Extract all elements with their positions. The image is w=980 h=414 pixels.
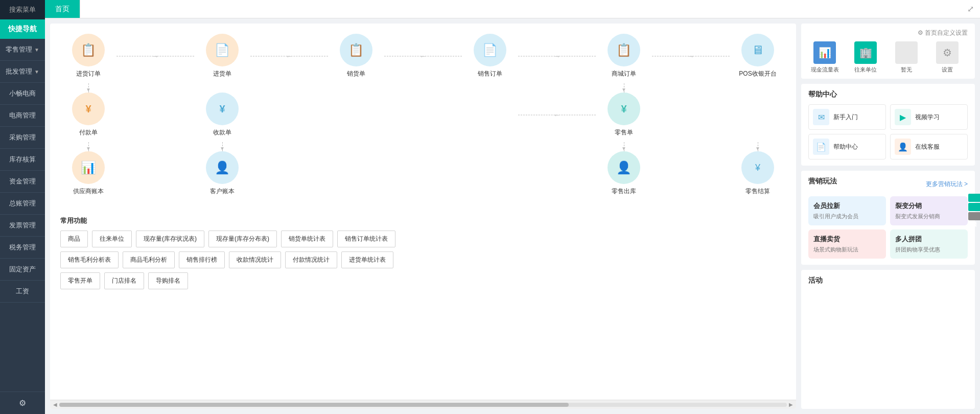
quick-icon-settings[interactable]: ⚙ 设置 <box>931 41 964 74</box>
marketing-header: 营销玩法 更多营销玩法 > <box>808 177 968 191</box>
func-row-1: 商品 往来单位 现存量(库存状况表) 现存量(库存分布表) 销货单统计表 销售订… <box>60 231 786 247</box>
flow-node-retail-settle[interactable]: ¥ 零售结算 <box>730 151 786 196</box>
activity-title: 活动 <box>808 276 968 285</box>
retail-icon: ¥ <box>608 93 640 125</box>
quick-access: ⚙ 首页自定义设置 📊 现金流量表 🏢 往来单位 暂无 <box>801 24 975 79</box>
receipt-label: 收款单 <box>213 128 231 137</box>
flow-node-mall-order[interactable]: 📋 商城订单 <box>596 34 652 78</box>
flow-node-sales[interactable]: 📋 销货单 <box>328 34 384 78</box>
partners-label: 往来单位 <box>854 66 877 74</box>
chevron-down-icon: ▼ <box>34 69 39 75</box>
fission-card-desc: 裂变式发展分销商 <box>895 213 963 220</box>
sidebar-item-ecommerce[interactable]: 小畅电商 <box>0 83 45 105</box>
homepage-settings-link[interactable]: ⚙ 首页自定义设置 <box>918 29 968 37</box>
help-item-service[interactable]: 👤 在线客服 <box>890 134 968 159</box>
quick-icon-cashflow[interactable]: 📊 现金流量表 <box>808 41 841 74</box>
func-btn-sales-stat[interactable]: 销货单统计表 <box>281 231 333 247</box>
sidebar-item-salary[interactable]: 工资 <box>0 281 45 303</box>
flow-node-retail[interactable]: ¥ 零售单 <box>596 93 652 137</box>
scroll-left-arrow[interactable]: ◀ <box>51 402 59 407</box>
arrow-h-retail: ← <box>518 111 596 119</box>
tab-bar: 首页 ⤢ <box>45 0 980 18</box>
func-btn-retail-order[interactable]: 零售开单 <box>60 272 100 289</box>
func-btn-payment-stat[interactable]: 付款情况统计 <box>285 251 337 268</box>
arrow-right-icon: → <box>152 52 159 60</box>
flow-node-sales-order[interactable]: 📄 销售订单 <box>462 34 518 78</box>
func-btn-partners[interactable]: 往来单位 <box>92 231 132 247</box>
pos-icon: 🖥 <box>741 34 774 66</box>
sidebar-item-ledger[interactable]: 总账管理 <box>0 193 45 215</box>
flow-node-retail-out[interactable]: 👤 零售出库 <box>596 151 652 196</box>
marketing-card-live[interactable]: 直播卖货 场景式购物新玩法 <box>808 229 886 259</box>
flow-node-purchase-order[interactable]: 📋 进货订单 <box>60 34 116 78</box>
scroll-track[interactable] <box>59 403 787 407</box>
func-btn-goods[interactable]: 商品 <box>60 231 88 247</box>
flow-node-purchase[interactable]: 📄 进货单 <box>194 34 250 78</box>
arrow-left-icon-3: ← <box>553 111 561 119</box>
left-panel: 📋 进货订单 → 📄 进货单 ← 📋 销货单 <box>50 24 796 409</box>
sidebar-item-inventory[interactable]: 库存核算 <box>0 149 45 171</box>
marketing-card-member[interactable]: 会员拉新 吸引用户成为会员 <box>808 196 886 225</box>
quick-icon-partners[interactable]: 🏢 往来单位 <box>849 41 882 74</box>
flow-down-row-1: ▼ ▼ <box>60 83 786 93</box>
sidebar-item-wholesale[interactable]: 批发管理 ▼ <box>0 61 45 83</box>
sidebar-item-tax[interactable]: 税务管理 <box>0 237 45 259</box>
service-label: 在线客服 <box>915 143 940 151</box>
purchase-order-label: 进货订单 <box>76 70 101 78</box>
float-btn-desktop[interactable]: 桌面快捷 <box>968 212 980 220</box>
sidebar-search[interactable]: 搜索菜单 <box>0 0 45 19</box>
help-item-beginner[interactable]: ✉ 新手入门 <box>808 104 886 130</box>
quick-icon-empty[interactable]: 暂无 <box>890 41 923 74</box>
func-btn-receipt-stat[interactable]: 收款情况统计 <box>229 251 281 268</box>
float-btn-service[interactable]: 客服热线 <box>968 194 980 202</box>
marketing-card-group[interactable]: 多人拼团 拼团购物享受优惠 <box>890 229 968 259</box>
more-marketing-link[interactable]: 更多营销玩法 > <box>926 180 968 189</box>
flow-node-supplier[interactable]: 📊 供应商账本 <box>60 151 116 196</box>
tab-home[interactable]: 首页 <box>45 0 80 18</box>
func-btn-sales-order-stat[interactable]: 销售订单统计表 <box>337 231 395 247</box>
func-btn-sales-rank[interactable]: 销售排行榜 <box>179 251 225 268</box>
sidebar-item-purchase[interactable]: 采购管理 <box>0 127 45 149</box>
sidebar-item-finance[interactable]: 资金管理 <box>0 171 45 193</box>
sidebar-bottom: ⚙ <box>0 392 45 414</box>
beginner-icon: ✉ <box>813 109 829 125</box>
main-area: 首页 ⤢ 📋 进货订单 → 📄 进货单 <box>45 0 980 414</box>
arrow-h-1: → <box>116 52 194 60</box>
empty-icon <box>895 41 918 64</box>
down-arrow-1: ▼ <box>60 83 116 93</box>
func-btn-purchase-stat[interactable]: 进货单统计表 <box>341 251 393 268</box>
float-btn-community[interactable]: 服务社区 <box>968 203 980 211</box>
flow-node-payment[interactable]: ¥ 付款单 <box>60 93 116 137</box>
func-btn-store-rank[interactable]: 门店排名 <box>104 272 144 289</box>
expand-icon[interactable]: ⤢ <box>961 4 980 14</box>
scroll-right-arrow[interactable]: ▶ <box>787 402 795 407</box>
partners-icon: 🏢 <box>854 41 877 64</box>
right-panel: ⚙ 首页自定义设置 📊 现金流量表 🏢 往来单位 暂无 <box>801 24 975 409</box>
marketing-card-fission[interactable]: 裂变分销 裂变式发展分销商 <box>890 196 968 225</box>
down-arrow-2: ▼ <box>596 83 652 93</box>
help-item-help[interactable]: 📄 帮助中心 <box>808 134 886 159</box>
flow-node-pos[interactable]: 🖥 POS收银开台 <box>730 34 786 78</box>
flow-node-receipt[interactable]: ¥ 收款单 <box>194 93 250 137</box>
sidebar-item-invoice[interactable]: 发票管理 <box>0 215 45 237</box>
flow-node-customer[interactable]: 👤 客户账本 <box>194 151 250 196</box>
func-btn-goods-profit[interactable]: 商品毛利分析 <box>123 251 175 268</box>
help-item-video[interactable]: ▶ 视频学习 <box>890 104 968 130</box>
cashflow-label: 现金流量表 <box>811 66 839 74</box>
sales-icon: 📋 <box>340 34 372 66</box>
marketing-grid: 会员拉新 吸引用户成为会员 裂变分销 裂变式发展分销商 直播卖货 场景式购物新玩… <box>808 196 968 259</box>
mall-order-icon: 📋 <box>608 34 640 66</box>
float-buttons: 客服热线 服务社区 桌面快捷 <box>968 194 980 220</box>
func-btn-sales-profit[interactable]: 销售毛利分析表 <box>60 251 119 268</box>
sidebar-item-assets[interactable]: 固定资产 <box>0 259 45 281</box>
sidebar-item-ecom-mgmt[interactable]: 电商管理 <box>0 105 45 127</box>
purchase-label: 进货单 <box>213 70 231 78</box>
func-btn-stock-status[interactable]: 现存量(库存状况表) <box>136 231 204 247</box>
cashflow-icon: 📊 <box>813 41 836 64</box>
retail-out-icon: 👤 <box>608 151 640 184</box>
sidebar-item-retail[interactable]: 零售管理 ▼ <box>0 39 45 61</box>
help-section: 帮助中心 ✉ 新手入门 ▶ 视频学习 📄 帮助中心 👤 <box>801 84 975 166</box>
gear-icon[interactable]: ⚙ <box>0 392 45 414</box>
func-btn-stock-dist[interactable]: 现存量(库存分布表) <box>208 231 277 247</box>
func-btn-guide-rank[interactable]: 导购排名 <box>148 272 188 289</box>
